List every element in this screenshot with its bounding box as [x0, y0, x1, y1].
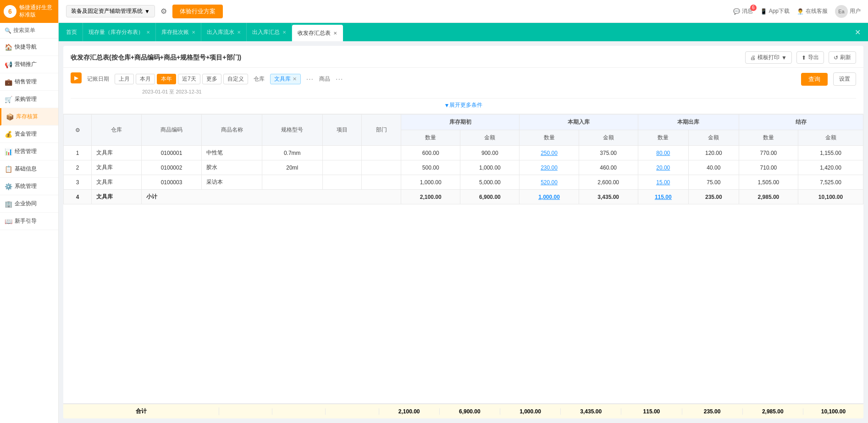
- date-btn-custom[interactable]: 自定义: [223, 74, 248, 84]
- cell-in-amt: 2,600.00: [579, 175, 638, 190]
- expand-more-btn[interactable]: ▼ 展开更多条件: [71, 98, 856, 109]
- cell-no: 3: [64, 175, 92, 190]
- tab-inout-flow[interactable]: 出入库流水 ✕: [201, 23, 247, 41]
- sidebar-item-system[interactable]: ⚙️ 系统管理: [0, 178, 58, 195]
- date-btn-more[interactable]: 更多: [202, 74, 221, 84]
- subtotal-closing-qty: 2,985.00: [739, 190, 798, 204]
- close-all-tabs[interactable]: ✕: [849, 23, 866, 41]
- tab-home-label: 首页: [66, 28, 77, 36]
- cell-out-qty[interactable]: 80.00: [638, 146, 688, 160]
- sidebar-item-quicknav[interactable]: 🏠 快捷导航: [0, 38, 58, 56]
- subtotal-in-amt: 3,435.00: [579, 190, 638, 204]
- sidebar-item-newguide[interactable]: 📖 新手引导: [0, 213, 58, 230]
- tab-inventory-dist[interactable]: 现存量（库存分布表） ✕: [83, 23, 156, 41]
- refresh-button[interactable]: ↺ 刷新: [829, 51, 856, 64]
- warehouse-dots[interactable]: ···: [306, 75, 314, 83]
- settings-gear-icon: ⚙: [75, 127, 80, 133]
- warehouse-tag-value: 文具库: [274, 75, 291, 83]
- th-dept: 部门: [362, 115, 401, 146]
- tab-close-inventory-dist[interactable]: ✕: [146, 30, 150, 35]
- subtotal-label: 小计: [141, 190, 401, 204]
- subtotal-no: 4: [64, 190, 92, 204]
- tab-close-batch[interactable]: ✕: [192, 30, 195, 35]
- message-icon: 💬: [733, 8, 740, 15]
- cell-out-qty[interactable]: 15.00: [638, 175, 688, 190]
- search-label: 搜索菜单: [13, 27, 35, 34]
- filter-toggle[interactable]: ▶: [71, 72, 82, 83]
- export-icon: ⬆: [802, 55, 806, 61]
- footer-out-amt: 235.00: [682, 408, 743, 415]
- table-row: 2 文具库 0100002 胶水 20ml 500.00 1,000.00 23…: [64, 160, 863, 175]
- tab-close-recv-send[interactable]: ✕: [333, 31, 337, 36]
- message-action[interactable]: 💬 消息 6: [733, 7, 753, 15]
- cell-closing-amt: 1,420.00: [798, 160, 863, 175]
- date-btn-this-year[interactable]: 本年: [157, 74, 176, 84]
- trial-button[interactable]: 体验行业方案: [172, 5, 223, 18]
- logo-text: 畅捷通好生意 标准版: [19, 4, 52, 18]
- sidebar-item-operation[interactable]: 📊 经营管理: [0, 143, 58, 160]
- settings-icon[interactable]: ⚙: [160, 7, 167, 16]
- filter-row-1: 记账日期 上月 本月 本年 近7天 更多 自定义 仓库 文: [87, 72, 856, 86]
- online-service-action[interactable]: 👨‍💼 在线客服: [797, 7, 828, 15]
- sidebar-item-enterprise[interactable]: 🏢 企业协同: [0, 195, 58, 213]
- cell-goods-name: 中性笔: [202, 146, 262, 160]
- system-selector[interactable]: 装备及固定资产辅助管理系统 ▼: [66, 5, 155, 17]
- tab-close-inout-flow[interactable]: ✕: [237, 30, 241, 35]
- subtotal-warehouse: 文具库: [92, 190, 142, 204]
- table-row: 3 文具库 0100003 采访本 1,000.00 5,000.00 520.…: [64, 175, 863, 190]
- export-label: 导出: [808, 54, 819, 61]
- th-in: 本期入库: [520, 115, 638, 130]
- tab-home[interactable]: 首页: [61, 23, 83, 41]
- th-closing-amt: 金额: [798, 130, 863, 146]
- footer-empty3: [326, 408, 379, 415]
- cell-closing-qty: 710.00: [739, 160, 798, 175]
- subtotal-closing-amt: 10,100.00: [798, 190, 863, 204]
- tab-inout-summary[interactable]: 出入库汇总 ✕: [247, 23, 292, 41]
- subtotal-in-qty[interactable]: 1,000.00: [520, 190, 579, 204]
- print-button[interactable]: 🖨 模板打印 ▼: [745, 51, 792, 64]
- warehouse-tag-close[interactable]: ✕: [293, 76, 297, 82]
- service-icon: 👨‍💼: [797, 8, 804, 15]
- filter-row-main: ▶ 记账日期 上月 本月 本年 近7天 更多 自定义: [71, 72, 856, 95]
- app-download-action[interactable]: 📱 App下载: [760, 7, 790, 15]
- date-btn-last-month[interactable]: 上月: [115, 74, 134, 84]
- query-button[interactable]: 查询: [801, 73, 828, 86]
- data-table: ⚙ 仓库 商品编码 商品名称 规格型号 项目 部门 库存期初 本期入库 本期出库…: [63, 114, 863, 204]
- logo-icon: 6: [4, 5, 17, 18]
- date-btn-this-month[interactable]: 本月: [136, 74, 155, 84]
- cell-out-qty[interactable]: 20.00: [638, 160, 688, 175]
- sales-icon: 💼: [5, 78, 12, 86]
- cell-in-qty[interactable]: 230.00: [520, 160, 579, 175]
- tabs-bar: 首页 现存量（库存分布表） ✕ 库存批次账 ✕ 出入库流水 ✕ 出入库汇总 ✕ …: [59, 23, 868, 41]
- tab-batch[interactable]: 库存批次账 ✕: [156, 23, 201, 41]
- export-button[interactable]: ⬆ 导出: [796, 51, 824, 64]
- cell-goods-name: 胶水: [202, 160, 262, 175]
- tab-recv-send-summary[interactable]: 收发存汇总表 ✕: [292, 25, 343, 41]
- sidebar-item-marketing[interactable]: 📢 营销推广: [0, 56, 58, 73]
- warehouse-label: 仓库: [254, 75, 265, 83]
- cell-in-qty[interactable]: 520.00: [520, 175, 579, 190]
- sidebar-item-basic[interactable]: 📋 基础信息: [0, 160, 58, 178]
- cell-in-qty[interactable]: 250.00: [520, 146, 579, 160]
- sidebar-item-sales[interactable]: 💼 销售管理: [0, 73, 58, 91]
- footer-in-qty: 1,000.00: [500, 408, 561, 415]
- cell-goods-spec: [262, 175, 322, 190]
- date-btn-7days[interactable]: 近7天: [178, 74, 200, 84]
- cell-closing-amt: 1,155.00: [798, 146, 863, 160]
- search-menu[interactable]: 🔍 搜索菜单: [0, 23, 58, 38]
- user-action[interactable]: Ea 用户: [835, 5, 861, 18]
- goods-dots[interactable]: ···: [336, 75, 343, 83]
- setting-button[interactable]: 设置: [833, 72, 856, 86]
- cell-project: [322, 160, 362, 175]
- tab-close-inout-summary[interactable]: ✕: [282, 30, 286, 35]
- subtotal-out-qty[interactable]: 115.00: [638, 190, 688, 204]
- th-settings[interactable]: ⚙: [64, 115, 92, 146]
- sidebar-item-inventory[interactable]: 📦 库存核算: [0, 108, 58, 126]
- th-out: 本期出库: [638, 115, 739, 130]
- sidebar-item-purchase[interactable]: 🛒 采购管理: [0, 91, 58, 108]
- cell-in-amt: 460.00: [579, 160, 638, 175]
- message-badge: 6: [750, 5, 757, 11]
- sidebar-item-finance[interactable]: 💰 资金管理: [0, 126, 58, 143]
- marketing-icon: 📢: [5, 61, 12, 68]
- th-out-qty: 数量: [638, 130, 688, 146]
